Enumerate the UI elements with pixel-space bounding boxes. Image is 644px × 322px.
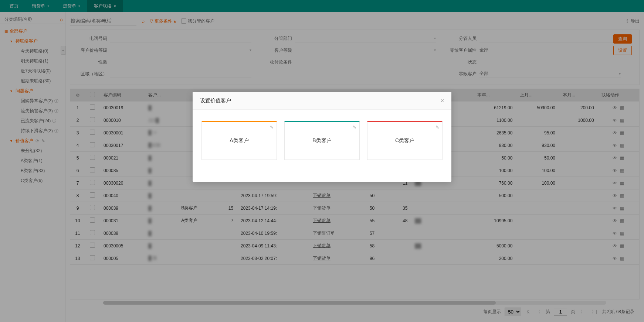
modal-overlay[interactable]: 设置价值客户 × ✎A类客户 ✎B类客户 ✎C类客户 bbox=[0, 0, 644, 322]
edit-icon[interactable]: ✎ bbox=[435, 125, 439, 130]
card-a[interactable]: ✎A类客户 bbox=[201, 121, 277, 160]
card-b[interactable]: ✎B类客户 bbox=[284, 121, 360, 160]
close-icon[interactable]: × bbox=[441, 97, 444, 104]
edit-icon[interactable]: ✎ bbox=[270, 125, 274, 130]
value-customer-modal: 设置价值客户 × ✎A类客户 ✎B类客户 ✎C类客户 bbox=[193, 92, 451, 182]
edit-icon[interactable]: ✎ bbox=[353, 125, 356, 130]
modal-title: 设置价值客户 bbox=[200, 97, 231, 104]
card-c[interactable]: ✎C类客户 bbox=[367, 121, 443, 160]
